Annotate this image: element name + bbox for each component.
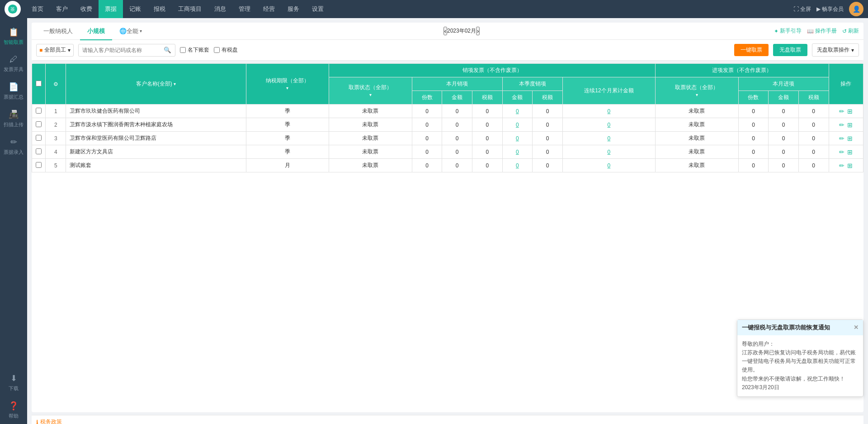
row-income-status: 未取票	[656, 105, 739, 118]
row-index: 2	[46, 118, 66, 132]
nav-item-客户[interactable]: 客户	[50, 0, 74, 18]
row-tax-period: 月	[246, 159, 329, 172]
sidebar-icon: 📄	[9, 82, 19, 92]
row-sm-amount: 0	[442, 118, 472, 132]
guide-icon: ✦	[774, 28, 778, 34]
sidebar-bottom-帮助[interactable]: ❓帮助	[0, 396, 27, 424]
diskless-btn[interactable]: 无盘取票	[773, 44, 807, 56]
row-year-amount: 0	[562, 118, 655, 132]
th-name: 客户名称(全部) ▾	[66, 64, 246, 105]
edit-icon[interactable]: ✏	[839, 162, 844, 169]
nav-item-管理[interactable]: 管理	[232, 0, 257, 18]
more-icon[interactable]: ⊞	[847, 148, 853, 156]
row-tax-period: 季	[246, 118, 329, 132]
row-checkbox-cell[interactable]	[32, 105, 46, 118]
sidebar-item-票据汇总[interactable]: 📄票据汇总	[0, 77, 27, 105]
row-checkbox-cell[interactable]	[32, 145, 46, 159]
nav-item-收费[interactable]: 收费	[74, 0, 99, 18]
nav-item-记账[interactable]: 记账	[123, 0, 147, 18]
nav-item-票据[interactable]: 票据	[99, 0, 123, 18]
table-row: 1 卫辉市玖玖健合医药有限公司 季 未取票 0 0 0 0 0 0 未取票 0 …	[32, 105, 863, 118]
more-icon[interactable]: ⊞	[847, 108, 853, 115]
fullscreen-icon: ⛶	[793, 6, 799, 12]
refresh-link[interactable]: ↺ 刷新	[842, 27, 859, 35]
row-year-amount: 0	[562, 105, 655, 118]
search-input[interactable]	[79, 47, 160, 53]
edit-icon[interactable]: ✏	[839, 135, 844, 142]
row-sq-tax: 0	[533, 132, 563, 145]
row-actions-cell: ✏ ⊞	[829, 159, 863, 172]
one-click-btn[interactable]: 一键取票	[734, 44, 769, 56]
user-avatar[interactable]: 👤	[849, 2, 863, 16]
manual-link[interactable]: 📖 操作手册	[807, 27, 837, 35]
th-actions: 操作	[829, 64, 863, 105]
edit-icon[interactable]: ✏	[839, 121, 844, 129]
tab-small-scale[interactable]: 小规模	[80, 23, 112, 40]
edit-icon[interactable]: ✏	[839, 148, 844, 156]
tab-general-taxpayer[interactable]: 一般纳税人	[36, 23, 80, 40]
row-tax-period: 季	[246, 132, 329, 145]
row-checkbox-cell[interactable]	[32, 132, 46, 145]
th-sq-tax: 税额	[533, 91, 563, 105]
book-icon: 📖	[807, 28, 814, 34]
row-sm-count: 0	[412, 159, 442, 172]
nav-item-消息[interactable]: 消息	[208, 0, 232, 18]
info-icon: ℹ	[36, 419, 38, 424]
row-name: 卫辉市玖玖健合医药有限公司	[66, 105, 246, 118]
row-sales-status: 未取票	[329, 118, 412, 132]
select-all-checkbox[interactable]	[36, 81, 42, 86]
refresh-icon: ↺	[842, 28, 847, 34]
row-sm-count: 0	[412, 132, 442, 145]
more-icon[interactable]: ⊞	[847, 121, 853, 129]
my-accounts-filter[interactable]: 名下账套	[180, 46, 209, 54]
th-sales-quarter: 本季度销项	[502, 77, 562, 91]
tax-policy-link[interactable]: ℹ 税务政策	[36, 418, 62, 424]
sidebar-item-智能取票[interactable]: 📋智能取票	[0, 23, 27, 50]
sidebar-item-扫描上传[interactable]: 📠扫描上传	[0, 105, 27, 133]
has-tax-disk-checkbox[interactable]	[214, 47, 220, 53]
row-checkbox-cell[interactable]	[32, 118, 46, 132]
row-sm-count: 0	[412, 118, 442, 132]
sidebar-icon: 📠	[9, 110, 19, 119]
row-im-tax: 0	[798, 145, 829, 159]
row-index: 3	[46, 132, 66, 145]
sidebar-item-发票开具[interactable]: 🖊发票开具	[0, 50, 27, 77]
row-sm-count: 0	[412, 145, 442, 159]
tab-all[interactable]: 🌐 全能 ▾	[112, 23, 149, 40]
has-tax-disk-filter[interactable]: 有税盘	[214, 46, 238, 54]
my-accounts-checkbox[interactable]	[180, 47, 186, 53]
row-index: 1	[46, 105, 66, 118]
nav-item-工商项目[interactable]: 工商项目	[172, 0, 208, 18]
edit-icon[interactable]: ✏	[839, 108, 844, 115]
new-guide-link[interactable]: ✦ 新手引导	[774, 27, 802, 35]
nav-item-经营[interactable]: 经营	[257, 0, 281, 18]
svg-text:茶: 茶	[10, 7, 15, 12]
sidebar-bottom-下载[interactable]: ⬇下载	[0, 369, 27, 396]
header-row: 一般纳税人 小规模 🌐 全能 ▾ ‹ 2023年02月 ›	[32, 23, 863, 40]
row-checkbox-cell[interactable]	[32, 159, 46, 172]
table-row: 2 卫辉市汲水镇下圈润香阁营木种植家庭农场 季 未取票 0 0 0 0 0 0 …	[32, 118, 863, 132]
sidebar-item-票据录入[interactable]: ✏票据录入	[0, 133, 27, 160]
search-button[interactable]: 🔍	[160, 44, 175, 56]
diskless-ops-btn[interactable]: 无盘取票操作 ▾	[812, 43, 859, 57]
row-income-status: 未取票	[656, 145, 739, 159]
notification-close-btn[interactable]: ✕	[854, 324, 859, 331]
th-sm-amount: 金额	[442, 91, 472, 105]
th-sales-status: 取票状态（全部） ▾	[329, 77, 412, 105]
sidebar-icon: ✏	[10, 137, 17, 147]
period-prev-btn[interactable]: ‹	[443, 27, 447, 35]
nav-item-设置[interactable]: 设置	[306, 0, 330, 18]
row-income-status: 未取票	[656, 159, 739, 172]
table-row: 4 新建区方方文具店 季 未取票 0 0 0 0 0 0 未取票 0 0 0 ✏…	[32, 145, 863, 159]
top-nav: 茶 首页客户收费票据记账报税工商项目消息管理经营服务设置 ⛶ 全屏 ▶ 畅享会员…	[0, 0, 868, 18]
nav-item-首页[interactable]: 首页	[25, 0, 50, 18]
member-tool[interactable]: ▶ 畅享会员	[816, 5, 844, 13]
nav-item-服务[interactable]: 服务	[281, 0, 306, 18]
period-next-btn[interactable]: ›	[476, 27, 480, 35]
fullscreen-tool[interactable]: ⛶ 全屏	[793, 5, 811, 13]
th-income-group: 进项发票（不含作废票）	[656, 64, 829, 77]
more-icon[interactable]: ⊞	[847, 135, 853, 142]
employee-filter[interactable]: ■ 全部员工 ▾	[36, 44, 74, 57]
more-icon[interactable]: ⊞	[847, 162, 853, 169]
nav-item-报税[interactable]: 报税	[147, 0, 172, 18]
